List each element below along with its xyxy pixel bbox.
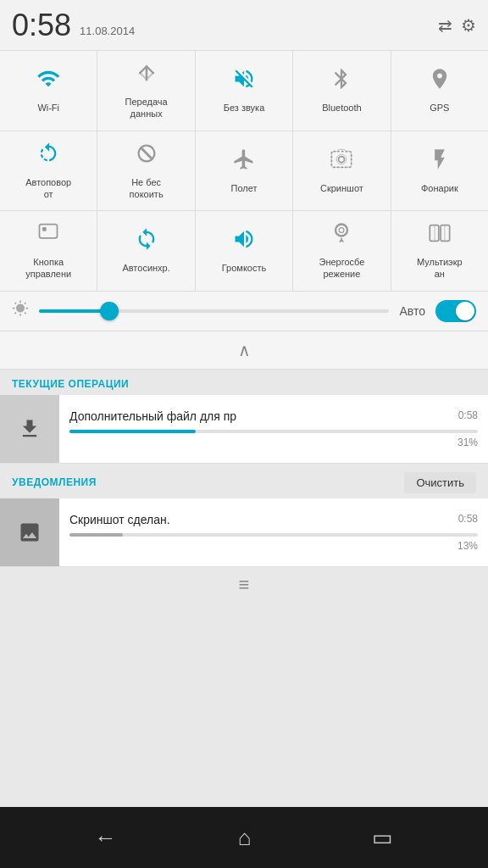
qs-silent-label: Без звука <box>224 102 265 114</box>
screenshot-notification[interactable]: Скриншот сделан. 0:58 13% <box>0 498 488 567</box>
menu-icon[interactable]: ≡ <box>239 574 250 596</box>
wifi-icon <box>36 67 60 97</box>
current-ops-content: Дополнительный файл для пр 0:58 31% <box>59 395 488 463</box>
svg-rect-4 <box>430 225 438 242</box>
qs-autosync[interactable]: Автосинхр. <box>97 211 195 291</box>
qs-wifi[interactable]: Wi-Fi <box>0 51 97 131</box>
svg-rect-5 <box>441 225 450 242</box>
qs-button-label: Кнопкауправлени <box>25 256 71 281</box>
notification-panel: ТЕКУЩИЕ ОПЕРАЦИИ Дополнительный файл для… <box>0 370 488 807</box>
qs-airplane-label: Полет <box>231 182 258 194</box>
qs-row-1: Wi-Fi Передачаданных Без звука Bluetooth… <box>0 51 488 131</box>
qs-donotdisturb[interactable]: Не беспокоить <box>97 131 195 211</box>
status-time: 0:58 <box>12 10 71 41</box>
qs-screenshot[interactable]: Скриншот <box>293 131 391 211</box>
data-icon <box>135 61 158 91</box>
current-ops-title: Дополнительный файл для пр <box>69 409 452 423</box>
qs-volume-label: Громкость <box>222 262 266 274</box>
current-ops-header: ТЕКУЩИЕ ОПЕРАЦИИ <box>0 370 488 395</box>
auto-label: Авто <box>399 304 425 318</box>
qs-multiscreen[interactable]: Мультиэкран <box>391 211 488 291</box>
qs-airplane[interactable]: Полет <box>196 131 293 211</box>
qs-autosync-label: Автосинхр. <box>122 262 169 274</box>
chevron-up-icon: ∧ <box>238 340 251 360</box>
menu-row[interactable]: ≡ <box>0 567 488 603</box>
airplane-icon <box>232 147 256 177</box>
button-icon <box>36 221 60 251</box>
brightness-slider[interactable] <box>39 309 389 313</box>
notifications-header: УВЕДОМЛЕНИЯ Очистить <box>0 464 488 498</box>
qs-data[interactable]: Передачаданных <box>97 51 195 131</box>
home-button[interactable]: ⌂ <box>238 825 252 851</box>
gps-icon <box>428 67 452 97</box>
qs-wifi-label: Wi-Fi <box>37 102 59 114</box>
qs-bluetooth-label: Bluetooth <box>322 102 361 114</box>
qs-autorotate-label: Автоповорот <box>25 176 71 201</box>
qs-autorotate[interactable]: Автоповорот <box>0 131 97 211</box>
qs-screenshot-label: Скриншот <box>320 182 363 194</box>
qs-battery[interactable]: Энергосбережение <box>293 211 391 291</box>
svg-rect-0 <box>332 151 352 167</box>
multiscreen-icon <box>428 221 452 251</box>
screenshot-notif-progress-fill <box>69 533 123 537</box>
flashlight-icon <box>428 147 452 177</box>
svg-rect-3 <box>42 227 47 231</box>
qs-multiscreen-label: Мультиэкран <box>417 256 463 281</box>
qs-donotdisturb-label: Не беспокоить <box>130 176 164 201</box>
screenshot-icon <box>330 147 353 177</box>
battery-icon <box>330 221 353 251</box>
screenshot-notif-time: 0:58 <box>458 513 478 525</box>
autosync-icon <box>135 227 158 257</box>
autorotate-icon <box>36 142 60 171</box>
svg-rect-2 <box>40 225 58 238</box>
brightness-icon <box>12 300 29 321</box>
clear-button[interactable]: Очистить <box>404 472 476 493</box>
screenshot-notif-progress <box>69 533 478 537</box>
qs-flashlight[interactable]: Фонарик <box>391 131 488 211</box>
bluetooth-icon <box>330 67 353 97</box>
settings-icon[interactable]: ⚙ <box>461 15 476 36</box>
qs-button[interactable]: Кнопкауправлени <box>0 211 97 291</box>
qs-silent[interactable]: Без звука <box>196 51 293 131</box>
current-ops-card[interactable]: Дополнительный файл для пр 0:58 31% <box>0 395 488 464</box>
quick-settings-panel: Wi-Fi Передачаданных Без звука Bluetooth… <box>0 51 488 370</box>
screenshot-notif-icon <box>0 498 59 566</box>
bottom-navigation: ← ⌂ ▭ <box>0 807 488 868</box>
recent-button[interactable]: ▭ <box>372 825 393 851</box>
qs-row-2: Автоповорот Не беспокоить Полет Скриншот… <box>0 131 488 212</box>
qs-gps-label: GPS <box>430 102 449 114</box>
toggle-knob <box>456 302 474 320</box>
silent-icon <box>232 67 256 97</box>
qs-volume[interactable]: Громкость <box>196 211 293 291</box>
current-ops-time: 0:58 <box>458 409 478 421</box>
current-ops-progress-fill <box>69 430 196 433</box>
qs-gps[interactable]: GPS <box>391 51 488 131</box>
transfer-icon: ⇄ <box>438 15 452 36</box>
current-ops-percent: 31% <box>69 437 478 448</box>
volume-icon <box>232 227 256 257</box>
qs-bluetooth[interactable]: Bluetooth <box>293 51 391 131</box>
donotdisturb-icon <box>135 142 158 171</box>
download-icon-col <box>0 395 59 463</box>
qs-flashlight-label: Фонарик <box>421 182 458 194</box>
collapse-button[interactable]: ∧ <box>0 331 488 370</box>
back-button[interactable]: ← <box>95 825 117 851</box>
status-bar: 0:58 11.08.2014 ⇄ ⚙ <box>0 0 488 51</box>
qs-data-label: Передачаданных <box>125 96 168 120</box>
brightness-row: Авто <box>0 292 488 331</box>
status-icons: ⇄ ⚙ <box>438 15 476 36</box>
screenshot-notif-content: Скриншот сделан. 0:58 13% <box>59 498 488 566</box>
qs-battery-label: Энергосбережение <box>319 256 364 281</box>
svg-point-1 <box>339 156 345 162</box>
auto-toggle[interactable] <box>435 300 476 322</box>
screenshot-notif-title: Скриншот сделан. <box>69 513 452 526</box>
qs-row-3: Кнопкауправлени Автосинхр. Громкость Эне… <box>0 211 488 292</box>
current-ops-progress <box>69 430 478 433</box>
status-date: 11.08.2014 <box>80 25 135 41</box>
screenshot-notif-percent: 13% <box>69 540 478 552</box>
notifications-label: УВЕДОМЛЕНИЯ <box>12 476 97 488</box>
